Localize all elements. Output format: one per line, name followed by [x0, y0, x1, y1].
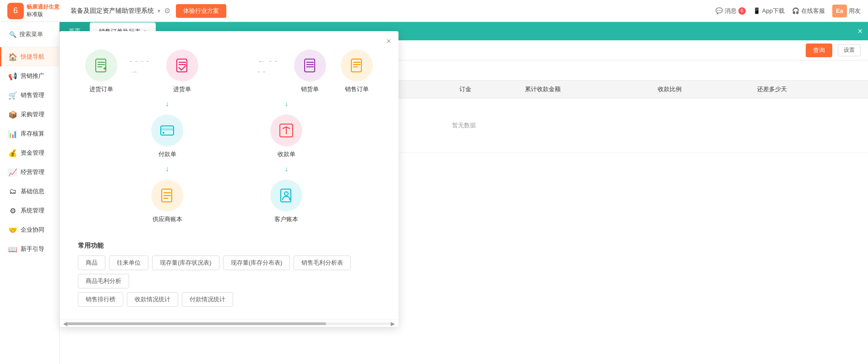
svg-rect-11 [351, 59, 361, 72]
flow-node-receipt[interactable]: 收款单 [257, 114, 316, 158]
sidebar-item-sales[interactable]: 🛒销售管理 [0, 86, 59, 105]
online-service-item[interactable]: 🎧 在线客服 [792, 7, 825, 15]
logo-area: 6 畅康通好生意 标准版 [7, 3, 67, 19]
flow-node-sales-bill[interactable]: 销货单 [286, 49, 333, 93]
connector-payment: ↓ [137, 98, 197, 110]
nav-icon-system: ⚙ [9, 206, 17, 215]
modal-close-icon[interactable]: × [386, 37, 391, 46]
sidebar-item-marketing[interactable]: 📢营销推广 [0, 66, 59, 86]
modal-scrollbar: ◀ ▶ [60, 320, 399, 327]
flow-node-purchase-bill[interactable]: 进货单 [159, 49, 206, 93]
nav-label-sales: 销售管理 [21, 91, 44, 99]
flow-circle-purchase-order [85, 49, 117, 81]
logo-icon: 6 [7, 3, 24, 19]
down-arrow-receipt: ↓ [284, 100, 288, 108]
flow-node-purchase-order[interactable]: 进货订单 [78, 49, 125, 93]
message-icon: 💬 [715, 7, 723, 14]
search-menu-btn[interactable]: 🔍 搜索菜单 [5, 27, 54, 41]
flow-node-supplier-account[interactable]: 供应商账本 [137, 179, 197, 223]
sidebar: 🔍 搜索菜单 🏠快捷导航📢营销推广🛒销售管理📦采购管理📊库存核算💰资金管理📈经营… [0, 22, 60, 364]
connector-supplier: ↓ [137, 163, 197, 175]
func-btn-row2-1[interactable]: 收款情况统计 [127, 292, 178, 307]
query-button[interactable]: 查询 [806, 43, 832, 57]
func-btn-0[interactable]: 商品 [78, 255, 105, 270]
col-订金: 订金 [454, 81, 519, 98]
sidebar-item-operations[interactable]: 📈经营管理 [0, 163, 59, 182]
func-btn-1[interactable]: 往来单位 [109, 255, 148, 270]
flow-arrows-down: ↓ ↓ [137, 98, 380, 110]
func-btn-5[interactable]: 商品毛利分析 [78, 274, 129, 288]
gear-icon[interactable]: ⚙ [164, 6, 170, 15]
func-btn-3[interactable]: 现存量(库存分布表) [223, 255, 290, 270]
nav-icon-marketing: 📢 [9, 72, 17, 80]
nav-icon-finance: 💰 [9, 149, 17, 157]
nav-label-quick-nav: 快捷导航 [21, 53, 44, 61]
func-btn-row2-2[interactable]: 付款情况统计 [182, 292, 233, 307]
headset-icon: 🎧 [792, 7, 799, 14]
func-btn-row2-0[interactable]: 销售排行榜 [78, 292, 123, 307]
sidebar-item-finance[interactable]: 💰资金管理 [0, 143, 59, 163]
arrow-purchase-order-to-bill: - - - - → [125, 56, 158, 77]
flow-circle-sales-bill [294, 49, 326, 81]
nav-icon-operations: 📈 [9, 168, 17, 176]
scrollbar-right-arrow[interactable]: ▶ [391, 321, 395, 327]
trial-button[interactable]: 体验行业方案 [176, 4, 226, 18]
sidebar-search: 🔍 搜索菜单 [0, 22, 59, 47]
flow-node-sales-order[interactable]: 销售订单 [333, 49, 380, 93]
nav-label-finance: 资金管理 [21, 149, 44, 157]
nav-label-enterprise: 企业协同 [21, 226, 44, 234]
sidebar-item-newcomer[interactable]: 📖新手引导 [0, 239, 59, 259]
message-item[interactable]: 💬 消息 6 [715, 7, 746, 15]
close-window-icon[interactable]: × [857, 27, 863, 36]
dropdown-icon[interactable]: ▾ [158, 8, 160, 14]
setting-button[interactable]: 设置 [838, 44, 861, 56]
system-title: 装备及固定资产辅助管理系统 ▾ [71, 7, 160, 15]
flow-row-1: 进货订单 - - - - → 进货单 [78, 49, 380, 93]
sidebar-item-purchase[interactable]: 📦采购管理 [0, 105, 59, 124]
logo-text: 畅康通好生意 标准版 [27, 4, 60, 18]
top-bar: 6 畅康通好生意 标准版 装备及固定资产辅助管理系统 ▾ ⚙ 体验行业方案 💬 … [0, 0, 868, 22]
app-download-item[interactable]: 📱 App下载 [753, 7, 785, 15]
svg-rect-16 [161, 128, 174, 130]
modal-box: × 进货订单 - - - - → [60, 31, 399, 327]
flow-circle-customer-account [270, 179, 302, 212]
nav-icon-newcomer: 📖 [9, 245, 17, 253]
scrollbar-thumb[interactable] [67, 322, 326, 325]
flow-node-customer-account[interactable]: 客户账本 [257, 179, 316, 223]
func-btn-4[interactable]: 销售毛利分析表 [294, 255, 351, 270]
col-收款比例: 收款比例 [652, 81, 752, 98]
sidebar-item-inventory[interactable]: 📊库存核算 [0, 124, 59, 143]
sidebar-nav: 🏠快捷导航📢营销推广🛒销售管理📦采购管理📊库存核算💰资金管理📈经营管理🗂基础信息… [0, 47, 59, 259]
flow-circle-sales-order [341, 49, 373, 81]
flow-arrows-down-2: ↓ ↓ [137, 163, 380, 175]
user-item[interactable]: Ea 用友 [832, 5, 861, 17]
scrollbar-left-arrow[interactable]: ◀ [63, 321, 67, 327]
sidebar-item-enterprise[interactable]: 🤝企业协同 [0, 220, 59, 239]
nav-icon-basic-info: 🗂 [9, 187, 17, 196]
down-arrow-supplier: ↓ [165, 165, 169, 173]
nav-icon-inventory: 📊 [9, 130, 17, 138]
sidebar-item-basic-info[interactable]: 🗂基础信息 [0, 182, 59, 201]
func-btns-row1: 商品往来单位现存量(库存状况表)现存量(库存分布表)销售毛利分析表商品毛利分析 [78, 255, 380, 288]
nav-label-system: 系统管理 [21, 206, 44, 215]
col-还差多少天: 还差多少天 [752, 81, 868, 98]
sidebar-item-quick-nav[interactable]: 🏠快捷导航 [0, 47, 59, 66]
connector-receipt: ↓ [257, 98, 316, 110]
sidebar-item-system[interactable]: ⚙系统管理 [0, 201, 59, 220]
nav-icon-sales: 🛒 [9, 91, 17, 99]
nav-label-purchase: 采购管理 [21, 110, 44, 119]
user-avatar: Ea [832, 5, 847, 17]
flow-circle-purchase-bill [166, 49, 198, 81]
svg-rect-0 [96, 59, 106, 72]
common-functions: 常用功能 商品往来单位现存量(库存状况表)现存量(库存分布表)销售毛利分析表商品… [60, 237, 399, 320]
flow-diagram: 进货订单 - - - - → 进货单 [60, 31, 399, 237]
flow-circle-receipt [270, 114, 302, 147]
connector-customer: ↓ [257, 163, 316, 175]
app-container: 6 畅康通好生意 标准版 装备及固定资产辅助管理系统 ▾ ⚙ 体验行业方案 💬 … [0, 0, 868, 364]
flow-circle-payment [151, 114, 183, 147]
func-btn-2[interactable]: 现存量(库存状况表) [152, 255, 219, 270]
nav-label-basic-info: 基础信息 [21, 187, 44, 196]
top-right: 💬 消息 6 📱 App下载 🎧 在线客服 Ea 用友 [715, 5, 861, 17]
flow-node-payment[interactable]: 付款单 [137, 114, 197, 158]
nav-label-marketing: 营销推广 [21, 72, 44, 80]
